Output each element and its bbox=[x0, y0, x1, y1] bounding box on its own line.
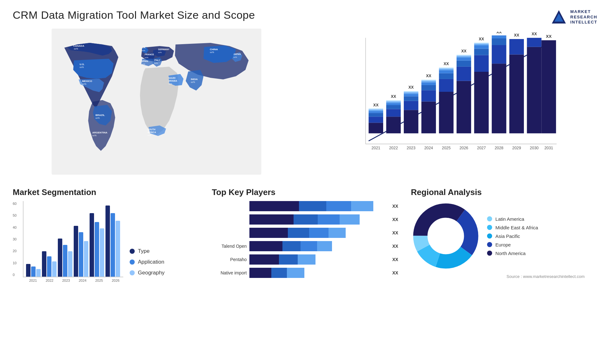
svg-text:AFRICA: AFRICA bbox=[148, 131, 156, 133]
legend-geography: Geography bbox=[130, 270, 165, 276]
legend-latin: Latin America bbox=[487, 216, 538, 222]
legend-mea: Middle East & Africa bbox=[487, 225, 538, 230]
growth-svg: XX 2021 XX 2022 bbox=[313, 32, 594, 165]
player-xx-1: XX bbox=[392, 204, 398, 209]
type-dot bbox=[130, 249, 135, 254]
segmentation-section: Market Segmentation 60 50 40 30 20 10 0 bbox=[10, 184, 202, 286]
donut-chart bbox=[411, 201, 481, 271]
svg-rect-50 bbox=[386, 105, 401, 109]
player-bar-native bbox=[249, 268, 387, 278]
svg-text:CHINA: CHINA bbox=[210, 48, 218, 51]
svg-rect-81 bbox=[439, 68, 454, 68]
player-xx-talend: XX bbox=[392, 244, 398, 249]
geography-dot bbox=[130, 270, 135, 275]
north-america-label: North America bbox=[495, 251, 525, 256]
svg-text:xx%: xx% bbox=[210, 51, 214, 53]
svg-rect-44 bbox=[369, 109, 383, 110]
svg-text:2029: 2029 bbox=[512, 146, 521, 150]
player-row-pentaho: Pentaho XX bbox=[212, 254, 398, 265]
svg-rect-72 bbox=[421, 80, 436, 80]
svg-text:2025: 2025 bbox=[442, 146, 451, 150]
svg-text:XX: XX bbox=[391, 94, 396, 99]
svg-text:ARGENTINA: ARGENTINA bbox=[92, 131, 108, 134]
seg-group-2025 bbox=[90, 213, 104, 277]
svg-text:2024: 2024 bbox=[424, 146, 433, 150]
svg-text:SAUDI: SAUDI bbox=[169, 77, 176, 79]
svg-rect-93 bbox=[474, 72, 489, 133]
svg-rect-80 bbox=[439, 68, 454, 69]
svg-text:xx%: xx% bbox=[92, 134, 97, 137]
segmentation-title: Market Segmentation bbox=[13, 187, 199, 197]
legend-north-america: North America bbox=[487, 251, 538, 256]
svg-text:xx%: xx% bbox=[148, 134, 152, 136]
europe-dot bbox=[487, 242, 492, 247]
donut-svg bbox=[411, 201, 481, 271]
svg-rect-114 bbox=[541, 40, 556, 133]
player-row-3: XX bbox=[212, 228, 398, 238]
svg-text:xx%: xx% bbox=[145, 57, 149, 58]
svg-text:2022: 2022 bbox=[389, 146, 398, 150]
svg-text:SOUTH: SOUTH bbox=[148, 128, 156, 131]
svg-text:2031: 2031 bbox=[544, 146, 553, 150]
page-title: CRM Data Migration Tool Market Size and … bbox=[13, 9, 255, 21]
svg-rect-63 bbox=[404, 91, 418, 92]
regional-legend: Latin America Middle East & Africa Asia … bbox=[487, 216, 538, 256]
svg-text:SPAIN: SPAIN bbox=[142, 60, 148, 62]
application-label: Application bbox=[138, 259, 164, 265]
logo: MARKET RESEARCH INTELLECT bbox=[551, 9, 597, 25]
svg-text:2027: 2027 bbox=[477, 146, 486, 150]
seg-group-2026 bbox=[105, 206, 120, 277]
svg-text:U.K.: U.K. bbox=[142, 46, 146, 49]
player-xx-2: XX bbox=[392, 217, 398, 222]
svg-rect-104 bbox=[492, 38, 506, 45]
svg-text:xx%: xx% bbox=[169, 83, 173, 85]
player-row-2: XX bbox=[212, 214, 398, 225]
player-row-1: XX bbox=[212, 201, 398, 211]
y-labels: 60 50 40 30 20 10 0 bbox=[13, 201, 17, 277]
players-title: Top Key Players bbox=[212, 187, 398, 197]
svg-text:XX: XX bbox=[444, 62, 449, 66]
svg-rect-61 bbox=[404, 93, 418, 94]
players-section: Top Key Players XX bbox=[209, 184, 402, 286]
svg-text:2023: 2023 bbox=[407, 146, 416, 150]
svg-text:xx%: xx% bbox=[142, 50, 146, 51]
player-bar-2 bbox=[249, 214, 387, 225]
player-xx-3: XX bbox=[392, 230, 398, 235]
svg-rect-95 bbox=[474, 49, 489, 55]
regional-content: Latin America Middle East & Africa Asia … bbox=[411, 201, 597, 271]
svg-rect-109 bbox=[509, 39, 524, 55]
svg-rect-43 bbox=[369, 110, 383, 111]
player-bar-3 bbox=[249, 228, 387, 238]
svg-text:XX: XX bbox=[426, 74, 431, 78]
svg-rect-42 bbox=[369, 111, 383, 113]
logo-icon bbox=[551, 9, 567, 25]
svg-text:2021: 2021 bbox=[371, 146, 380, 150]
asia-label: Asia Pacific bbox=[495, 233, 520, 239]
svg-rect-67 bbox=[421, 90, 436, 101]
svg-rect-45 bbox=[369, 109, 383, 109]
svg-text:INDIA: INDIA bbox=[191, 78, 198, 81]
svg-text:xx%: xx% bbox=[142, 63, 146, 65]
svg-rect-84 bbox=[457, 81, 471, 133]
svg-text:xx%: xx% bbox=[74, 48, 78, 50]
svg-text:xx%: xx% bbox=[82, 83, 86, 85]
seg-content: 60 50 40 30 20 10 0 bbox=[13, 201, 199, 282]
main-grid: CANADA xx% U.S. xx% MEXICO xx% BRAZIL xx… bbox=[0, 29, 610, 184]
svg-rect-97 bbox=[474, 44, 489, 45]
svg-rect-78 bbox=[439, 70, 454, 73]
svg-rect-96 bbox=[474, 45, 489, 49]
player-row-talend: Talend Open XX bbox=[212, 241, 398, 251]
svg-text:xx%: xx% bbox=[96, 117, 100, 119]
svg-rect-111 bbox=[527, 47, 542, 133]
player-bar-1 bbox=[249, 201, 387, 211]
player-xx-native: XX bbox=[392, 270, 398, 275]
svg-text:XX: XX bbox=[409, 85, 414, 90]
svg-rect-62 bbox=[404, 92, 418, 93]
svg-rect-102 bbox=[492, 64, 506, 133]
regional-section: Regional Analysis bbox=[408, 184, 600, 286]
svg-rect-103 bbox=[492, 45, 506, 64]
svg-rect-76 bbox=[439, 79, 454, 92]
svg-rect-94 bbox=[474, 55, 489, 72]
page-header: CRM Data Migration Tool Market Size and … bbox=[0, 0, 610, 29]
seg-group-2024 bbox=[74, 226, 88, 277]
